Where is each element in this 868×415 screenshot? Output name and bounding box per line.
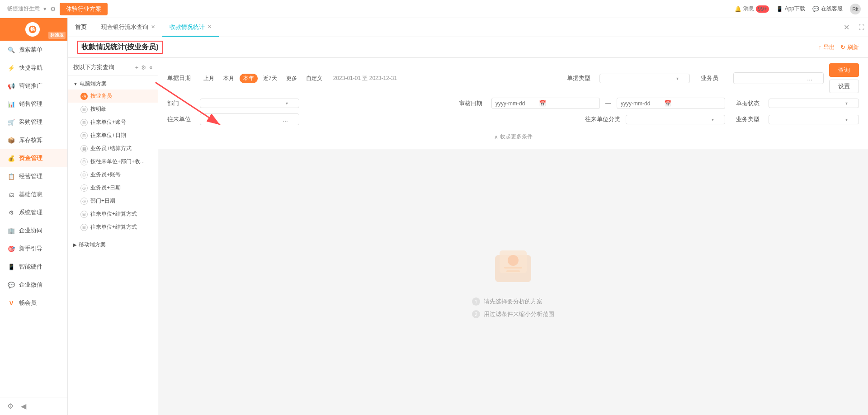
scheme-item-icon-sp-date: ◷ (80, 184, 88, 192)
sidebar-item-system[interactable]: ⚙ 系统管理 (0, 203, 67, 222)
page-actions: ↑ 导出 ↻ 刷新 (819, 43, 859, 52)
scheme-settings-icon[interactable]: ⚙ (141, 64, 146, 71)
doc-type-label: 单据类型 (567, 74, 594, 82)
sidebar-item-member[interactable]: V 畅会员 (0, 294, 67, 312)
settings-button[interactable]: 设置 (829, 80, 859, 93)
svg-point-4 (508, 255, 519, 266)
tab-home[interactable]: 首页 (68, 18, 94, 37)
member-icon: V (7, 299, 15, 307)
collapse-panel-button[interactable]: « (149, 64, 152, 71)
sidebar-item-purchase[interactable]: 🛒 采购管理 (0, 113, 67, 131)
salesperson-more-icon[interactable]: ... (807, 75, 812, 82)
date-separator: — (605, 100, 611, 107)
gear-icon[interactable]: ⚙ (50, 5, 56, 13)
sidebar-item-business[interactable]: 📋 经营管理 (0, 167, 67, 185)
sidebar: 畅 标准版 🔍 搜索菜单 ⚡ 快捷导航 📢 营销推广 📊 销售管理 🛒 (0, 18, 68, 415)
salesperson-select[interactable]: ... (733, 72, 824, 84)
add-scheme-button[interactable]: + (135, 64, 139, 71)
query-button[interactable]: 查询 (829, 63, 859, 77)
empty-steps: 1 请先选择要分析的方案 2 用过滤条件来缩小分析范围 (472, 297, 554, 323)
sidebar-item-inventory[interactable]: 📦 库存核算 (0, 131, 67, 149)
scheme-item-dept-date[interactable]: ◷ 部门+日期 (68, 194, 158, 208)
filter-action-buttons: 查询 设置 (829, 63, 859, 93)
refresh-button[interactable]: ↻ 刷新 (840, 43, 859, 52)
close-bank-flow-tab[interactable]: ✕ (151, 24, 155, 30)
mobile-group-title[interactable]: ▶ 移动端方案 (68, 239, 158, 250)
page-title: 收款情况统计(按业务员) (77, 41, 163, 54)
sidebar-item-enterprise[interactable]: 🏢 企业协同 (0, 222, 67, 240)
sidebar-item-quick-nav[interactable]: ⚡ 快捷导航 (0, 59, 67, 77)
inventory-icon: 📦 (7, 136, 15, 144)
scheme-item-icon-detail: ⊞ (80, 106, 88, 113)
left-panel-header: 按以下方案查询 + ⚙ « (68, 58, 158, 75)
empty-illustration (486, 241, 540, 287)
desktop-group-title[interactable]: ▼ 电脑端方案 (68, 78, 158, 90)
maximize-button[interactable]: ⛶ (855, 18, 868, 37)
tab-collection-stat[interactable]: 收款情况统计 ✕ (162, 18, 219, 37)
sidebar-item-finance[interactable]: 💰 资金管理 (0, 149, 67, 167)
chevron-down-icon[interactable]: ▾ (43, 5, 47, 12)
sidebar-settings-icon[interactable]: ⚙ (7, 402, 14, 410)
sidebar-item-guide[interactable]: 🎯 新手引导 (0, 240, 67, 258)
biz-type-select[interactable]: ▾ (769, 115, 859, 124)
scheme-item-unit-settle2[interactable]: ⊞ 往来单位+结算方式 (68, 221, 158, 234)
app-download-button[interactable]: 📱 App下载 (776, 5, 805, 13)
purchase-icon: 🛒 (7, 118, 15, 126)
scheme-item-by-detail[interactable]: ⊞ 按明细 (68, 103, 158, 116)
collapse-bar: ∧ 收起更多条件 (167, 130, 859, 143)
filter-row-2: 部门 ▾ 审核日期 📅 — (167, 98, 859, 109)
review-date-to-field[interactable] (621, 100, 661, 107)
guide-icon: 🎯 (7, 245, 15, 253)
close-collection-stat-tab[interactable]: ✕ (208, 24, 212, 30)
main-layout: 畅 标准版 🔍 搜索菜单 ⚡ 快捷导航 📢 营销推广 📊 销售管理 🛒 (0, 18, 868, 415)
date-tab-more[interactable]: 更多 (283, 74, 301, 83)
review-date-from-field[interactable] (495, 100, 536, 107)
calendar-from-icon[interactable]: 📅 (539, 100, 546, 107)
doc-type-select[interactable]: ▾ (599, 74, 690, 83)
sidebar-item-marketing[interactable]: 📢 营销推广 (0, 77, 67, 95)
collapse-button[interactable]: ∧ 收起更多条件 (494, 133, 533, 141)
scheme-item-unit-settle1[interactable]: ⊞ 往来单位+结算方式 (68, 208, 158, 221)
dept-select[interactable]: ▾ (200, 99, 299, 108)
smart-hw-icon: 📱 (7, 263, 15, 271)
user-avatar[interactable]: Rit (850, 4, 861, 14)
sidebar-item-sales[interactable]: 📊 销售管理 (0, 95, 67, 113)
date-tab-this-month[interactable]: 本月 (220, 74, 238, 83)
review-date-to-input[interactable]: 📅 (617, 98, 725, 109)
sidebar-collapse-icon[interactable]: ◀ (21, 402, 26, 410)
sidebar-item-smart-hw[interactable]: 📱 智能硬件 (0, 258, 67, 276)
date-tab-last-month[interactable]: 上月 (200, 74, 218, 83)
sidebar-item-wechat[interactable]: 💬 企业微信 (0, 276, 67, 294)
tab-bank-flow[interactable]: 现金银行流水查询 ✕ (94, 18, 162, 37)
doc-status-select[interactable]: ▾ (769, 99, 859, 108)
content-area: 收款情况统计(按业务员) ↑ 导出 ↻ 刷新 按以下方 (68, 37, 868, 415)
calendar-to-icon[interactable]: 📅 (664, 100, 671, 107)
scheme-item-unit-account[interactable]: ⊞ 往来单位+账号 (68, 116, 158, 129)
online-service-button[interactable]: 💬 在线客服 (812, 5, 843, 13)
date-tab-7days[interactable]: 近7天 (259, 74, 281, 83)
notification-button[interactable]: 🔔 消息 99+ (735, 5, 769, 13)
biz-type-label: 业务类型 (736, 115, 763, 123)
scheme-item-by-salesperson[interactable]: ◷ 按业务员 (68, 90, 158, 103)
salesperson-label: 业务员 (701, 74, 728, 82)
scheme-item-unit-date[interactable]: ⊞ 往来单位+日期 (68, 129, 158, 142)
export-button[interactable]: ↑ 导出 (819, 43, 835, 52)
right-content: 单据日期 上月 本月 本年 近7天 更多 自定义 2023-01-01 至 20… (158, 58, 868, 415)
counterparty-select[interactable]: ... (200, 113, 299, 125)
desktop-scheme-group: ▼ 电脑端方案 ◷ 按业务员 ⊞ 按明细 ⊞ 往 (68, 75, 158, 236)
scheme-item-icon-unit-settle1: ⊞ (80, 211, 88, 218)
sidebar-item-basic-info[interactable]: 🗂 基础信息 (0, 185, 67, 203)
scheme-item-icon-unit-dept: ⊞ (80, 158, 88, 165)
date-tab-custom[interactable]: 自定义 (302, 74, 326, 83)
counterparty-more-icon[interactable]: ... (283, 116, 288, 123)
review-date-from-input[interactable]: 📅 (491, 98, 600, 109)
scheme-item-unit-dept[interactable]: ⊞ 按往来单位+部门+收... (68, 155, 158, 168)
counterparty-type-select[interactable]: ▾ (626, 115, 725, 124)
close-all-tabs[interactable]: ✕ (838, 18, 855, 37)
scheme-item-sp-date[interactable]: ◷ 业务员+日期 (68, 181, 158, 194)
trial-button[interactable]: 体验行业方案 (60, 3, 108, 15)
date-tab-this-year[interactable]: 本年 (240, 74, 258, 83)
sidebar-item-search[interactable]: 🔍 搜索菜单 (0, 41, 67, 59)
scheme-item-salesperson-settle[interactable]: ▦ 业务员+结算方式 (68, 142, 158, 155)
scheme-item-sp-account[interactable]: ⊞ 业务员+账号 (68, 168, 158, 181)
